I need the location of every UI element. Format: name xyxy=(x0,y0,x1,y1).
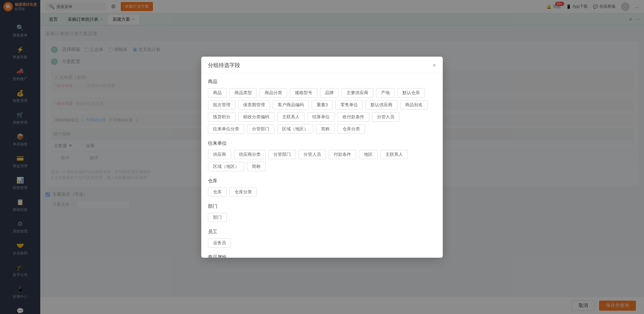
field-tag-warehouse-1[interactable]: 仓库分类 xyxy=(229,187,257,197)
field-tag-partner-5[interactable]: 地区 xyxy=(359,150,378,159)
field-tag-goods-4[interactable]: 品牌 xyxy=(320,88,339,98)
modal-overlay: 分组待选字段 × 商品商品商品类型商品分类规格型号品牌主要供应商产地默认仓库批次… xyxy=(0,0,644,314)
field-grid-warehouse: 仓库仓库分类 xyxy=(208,187,436,197)
field-tag-goods-19[interactable]: 收付款条件 xyxy=(337,112,369,122)
field-select-modal: 分组待选字段 × 商品商品商品类型商品分类规格型号品牌主要供应商产地默认仓库批次… xyxy=(201,57,443,258)
modal-header: 分组待选字段 × xyxy=(201,57,443,73)
field-tag-department-0[interactable]: 部门 xyxy=(208,213,227,222)
field-tag-goods-7[interactable]: 默认仓库 xyxy=(397,88,425,98)
field-tag-partner-4[interactable]: 付款条件 xyxy=(329,150,356,159)
section-title-product_attr: 商品属性 xyxy=(208,254,436,258)
field-tag-warehouse-0[interactable]: 仓库 xyxy=(208,187,227,197)
field-tag-goods-20[interactable]: 分管人员 xyxy=(372,112,399,122)
section-warehouse: 仓库仓库仓库分类 xyxy=(208,178,436,197)
field-tag-goods-24[interactable]: 简称 xyxy=(316,124,335,134)
field-tag-goods-0[interactable]: 商品 xyxy=(208,88,227,98)
section-title-department: 部门 xyxy=(208,203,436,209)
section-title-goods: 商品 xyxy=(208,79,436,85)
field-grid-partner: 供应商供应商分类分管部门分管人员付款条件地区主联系人区域（地区）简称 xyxy=(208,150,436,171)
field-tag-employee-0[interactable]: 业务员 xyxy=(208,238,231,248)
section-title-partner: 往来单位 xyxy=(208,140,436,146)
section-product_attr: 商品属性属性颜色多规格尺码鞋码1 xyxy=(208,254,436,258)
field-tag-goods-10[interactable]: 客户商品编码 xyxy=(273,100,309,110)
field-tag-goods-21[interactable]: 往来单位分类 xyxy=(208,124,244,134)
field-tag-goods-11[interactable]: 重量3 xyxy=(312,100,333,110)
field-grid-goods: 商品商品类型商品分类规格型号品牌主要供应商产地默认仓库批次管理保质期管理客户商品… xyxy=(208,88,436,134)
field-tag-goods-22[interactable]: 分管部门 xyxy=(247,124,274,134)
modal-close-button[interactable]: × xyxy=(432,62,436,68)
field-tag-goods-5[interactable]: 主要供应商 xyxy=(341,88,373,98)
field-tag-goods-14[interactable]: 商品别名 xyxy=(400,100,428,110)
field-tag-partner-3[interactable]: 分管人员 xyxy=(299,150,326,159)
field-tag-goods-17[interactable]: 主联系人 xyxy=(277,112,305,122)
section-title-warehouse: 仓库 xyxy=(208,178,436,184)
field-tag-goods-13[interactable]: 默认供应商 xyxy=(366,100,397,110)
field-tag-goods-18[interactable]: 结算单位 xyxy=(307,112,335,122)
section-partner: 往来单位供应商供应商分类分管部门分管人员付款条件地区主联系人区域（地区）简称 xyxy=(208,140,436,171)
section-title-employee: 员工 xyxy=(208,229,436,235)
field-grid-department: 部门 xyxy=(208,213,436,222)
field-grid-employee: 业务员 xyxy=(208,238,436,248)
field-tag-partner-6[interactable]: 主联系人 xyxy=(380,150,408,159)
field-tag-goods-9[interactable]: 保质期管理 xyxy=(238,100,270,110)
field-tag-partner-2[interactable]: 分管部门 xyxy=(268,150,296,159)
field-tag-goods-15[interactable]: 拣货积分 xyxy=(208,112,235,122)
field-tag-goods-3[interactable]: 规格型号 xyxy=(290,88,317,98)
field-tag-partner-7[interactable]: 区域（地区） xyxy=(208,162,244,171)
modal-title: 分组待选字段 xyxy=(208,62,240,69)
field-tag-goods-16[interactable]: 税收分类编码 xyxy=(238,112,274,122)
field-tag-goods-6[interactable]: 产地 xyxy=(376,88,395,98)
field-tag-goods-8[interactable]: 批次管理 xyxy=(208,100,235,110)
modal-body: 商品商品商品类型商品分类规格型号品牌主要供应商产地默认仓库批次管理保质期管理客户… xyxy=(201,73,443,258)
field-tag-goods-12[interactable]: 零售单位 xyxy=(335,100,363,110)
section-goods: 商品商品商品类型商品分类规格型号品牌主要供应商产地默认仓库批次管理保质期管理客户… xyxy=(208,79,436,134)
field-tag-partner-1[interactable]: 供应商分类 xyxy=(234,150,266,159)
field-tag-goods-1[interactable]: 商品类型 xyxy=(229,88,257,98)
field-tag-goods-2[interactable]: 商品分类 xyxy=(260,88,287,98)
section-department: 部门部门 xyxy=(208,203,436,222)
field-tag-partner-0[interactable]: 供应商 xyxy=(208,150,231,159)
field-tag-partner-8[interactable]: 简称 xyxy=(247,162,266,171)
field-tag-goods-25[interactable]: 仓库分类 xyxy=(337,124,365,134)
field-tag-goods-23[interactable]: 区域（地区） xyxy=(277,124,313,134)
section-employee: 员工业务员 xyxy=(208,229,436,248)
